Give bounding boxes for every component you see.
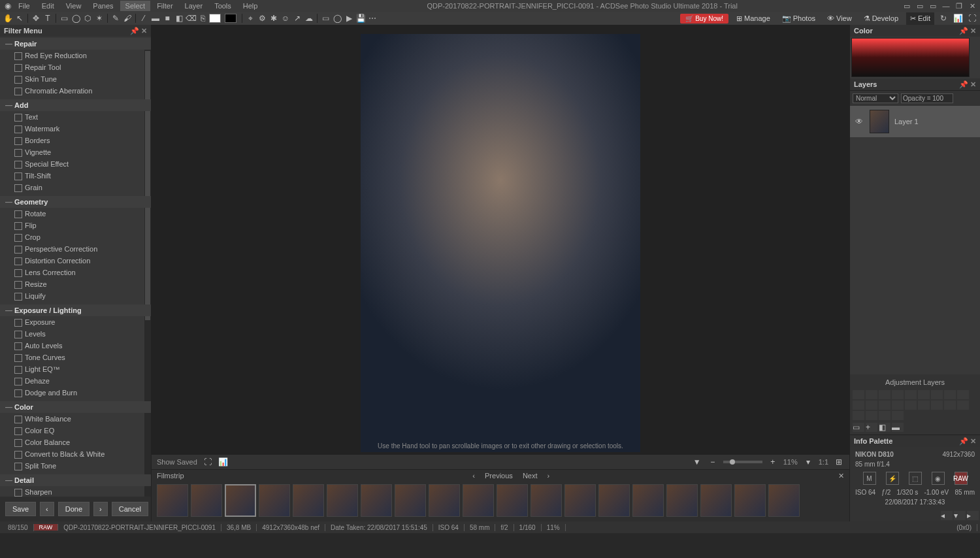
expand-icon[interactable]: ⛶ [203, 457, 213, 467]
filter-watermark[interactable]: Watermark [0, 123, 151, 135]
thumbnail[interactable] [429, 484, 460, 517]
filter-dehaze[interactable]: Dehaze [0, 375, 151, 387]
info-prev-icon[interactable]: ◂ [941, 511, 953, 520]
filter-tone-curves[interactable]: Tone Curves [0, 352, 151, 363]
zoom-slider[interactable] [723, 461, 762, 463]
zoom-out-icon[interactable]: − [708, 457, 718, 467]
filter-white-balance[interactable]: White Balance [0, 413, 151, 425]
close-panel-icon[interactable]: ✕ [141, 27, 147, 35]
filter-dodge-and-burn[interactable]: Dodge and Burn [0, 387, 151, 399]
brush-tool-icon[interactable]: 🖌 [122, 13, 133, 24]
adjustment-icon[interactable] [931, 390, 943, 399]
canvas-area[interactable]: Use the Hand tool to pan scrollable imag… [152, 25, 849, 455]
maximize-icon[interactable]: ❐ [954, 2, 964, 10]
close-icon[interactable]: ✕ [967, 2, 977, 10]
more-icon[interactable]: ⋯ [367, 13, 378, 24]
window-layout2-icon[interactable]: ▭ [915, 2, 925, 10]
adjustment-icon[interactable] [957, 401, 969, 410]
info-next-icon[interactable]: ▸ [967, 511, 979, 520]
filter-list[interactable]: RepairRed Eye ReductionRepair ToolSkin T… [0, 37, 151, 497]
fill-tool-icon[interactable]: ■ [162, 13, 172, 24]
filter-borders[interactable]: Borders [0, 135, 151, 146]
marquee-tool-icon[interactable]: ▭ [59, 13, 69, 24]
filter-resize[interactable]: Resize [0, 278, 151, 290]
gear-icon[interactable]: ⚙ [257, 13, 267, 24]
thumbnail[interactable] [531, 484, 562, 517]
done-next-button[interactable]: › [93, 502, 108, 516]
adjustment-icon[interactable] [853, 411, 864, 420]
foreground-color[interactable] [209, 14, 221, 23]
filter-repair-tool[interactable]: Repair Tool [0, 61, 151, 73]
thumbnail[interactable] [361, 484, 392, 517]
menu-panes[interactable]: Panes [88, 1, 118, 11]
close-icon[interactable]: ✕ [970, 80, 976, 88]
adjustment-icon[interactable] [892, 401, 904, 410]
manage-mode[interactable]: ⊞ Manage [732, 12, 774, 25]
filter-exposure[interactable]: Exposure [0, 316, 151, 328]
filter-liquify[interactable]: Liquify [0, 290, 151, 302]
show-saved-toggle[interactable]: Show Saved [157, 458, 197, 466]
filter-levels[interactable]: Levels [0, 328, 151, 340]
save-button[interactable]: Save [5, 502, 36, 516]
rect-preview-icon[interactable]: ▭ [320, 13, 331, 24]
filter-flip[interactable]: Flip [0, 220, 151, 231]
line-tool-icon[interactable]: ∕ [139, 13, 149, 24]
visibility-icon[interactable]: 👁 [854, 116, 864, 127]
menu-edit[interactable]: Edit [37, 1, 59, 11]
clone-tool-icon[interactable]: ⎘ [197, 13, 208, 24]
thumbnail[interactable] [293, 484, 324, 517]
close-icon[interactable]: ✕ [970, 27, 976, 35]
thumbnail[interactable] [666, 484, 698, 517]
adjustment-icon[interactable] [944, 390, 956, 399]
add-layer-icon[interactable]: ▭ [853, 423, 864, 432]
info-toggle-icon[interactable]: ▾ [954, 511, 966, 520]
eyedrop-tool-icon[interactable]: ✎ [110, 13, 121, 24]
select-tool-icon[interactable]: ↖ [14, 13, 25, 24]
burst-icon[interactable]: ✱ [269, 13, 279, 24]
filmstrip-next[interactable]: Next [523, 472, 538, 480]
filter-sharpen[interactable]: Sharpen [0, 486, 151, 497]
pin-icon[interactable]: 📌 [130, 27, 139, 35]
background-color[interactable] [225, 14, 237, 23]
add-adj-icon[interactable]: + [866, 423, 877, 432]
move-tool-icon[interactable]: ✥ [31, 13, 41, 24]
thumbnail[interactable] [564, 484, 596, 517]
done-button[interactable]: Done [58, 502, 90, 516]
thumbnail[interactable] [768, 484, 800, 517]
adjustment-icon[interactable] [892, 390, 904, 399]
filter-text[interactable]: Text [0, 111, 151, 123]
chevron-left-icon[interactable]: ‹ [472, 472, 475, 480]
fullscreen-icon[interactable]: ⛶ [967, 13, 977, 24]
adjustment-icon[interactable] [853, 390, 864, 399]
filter-split-tone[interactable]: Split Tone [0, 460, 151, 472]
eraser-tool-icon[interactable]: ⌫ [186, 13, 196, 24]
adjustment-icon[interactable] [892, 411, 904, 420]
filmstrip-close-icon[interactable]: ✕ [838, 472, 844, 480]
filter-perspective-correction[interactable]: Perspective Correction [0, 243, 151, 255]
filter-vignette[interactable]: Vignette [0, 146, 151, 158]
filter-tilt-shift[interactable]: Tilt-Shift [0, 170, 151, 182]
filter-convert-to-black-white[interactable]: Convert to Black & White [0, 448, 151, 460]
zoom-in-icon[interactable]: + [768, 457, 778, 467]
wand-tool-icon[interactable]: ✶ [94, 13, 105, 24]
thumbnail[interactable] [497, 484, 528, 517]
buy-now-button[interactable]: 🛒 Buy Now! [680, 14, 728, 24]
menu-view[interactable]: View [61, 1, 87, 11]
dropdown-icon[interactable]: ▼ [692, 457, 702, 467]
adjustment-icon[interactable] [918, 401, 930, 410]
play-icon[interactable]: ▶ [344, 13, 354, 24]
delete-layer-icon[interactable]: ▬ [892, 423, 904, 432]
circle-preview-icon[interactable]: ◯ [332, 13, 342, 24]
adjustment-icon[interactable] [905, 390, 917, 399]
menu-layer[interactable]: Layer [180, 1, 208, 11]
thumbnail[interactable] [225, 484, 256, 517]
group-detail[interactable]: Detail [0, 474, 151, 486]
filter-rotate[interactable]: Rotate [0, 208, 151, 220]
close-icon[interactable]: ✕ [970, 437, 976, 445]
blend-mode-select[interactable]: Normal [853, 93, 898, 103]
sync-icon[interactable]: ↻ [938, 13, 949, 24]
menu-filter[interactable]: Filter [152, 1, 178, 11]
zoom-dropdown-icon[interactable]: ▾ [803, 457, 813, 467]
layer-row[interactable]: 👁 Layer 1 [850, 106, 980, 137]
group-color[interactable]: Color [0, 401, 151, 413]
